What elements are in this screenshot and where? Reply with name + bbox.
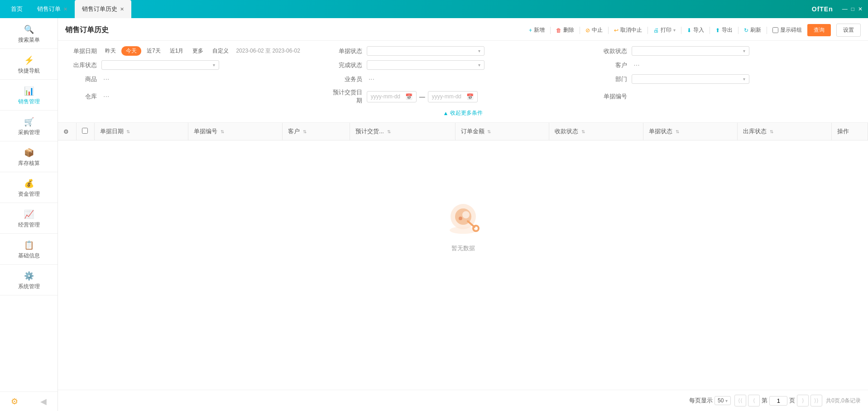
sidebar-item-sales[interactable]: 📊 销售管理 (0, 80, 58, 111)
salesrep-control[interactable]: ··· (367, 75, 596, 83)
th-checkbox[interactable] (76, 123, 94, 140)
query-button[interactable]: 查询 (807, 24, 831, 36)
search-menu-icon: 🔍 (24, 24, 34, 34)
settings-button[interactable]: 设置 (836, 24, 861, 37)
th-order-no[interactable]: 单据编号 ⇅ (188, 123, 283, 140)
sidebar-item-basic-info[interactable]: 📋 基础信息 (0, 234, 58, 265)
sidebar-item-purchase[interactable]: 🛒 采购管理 (0, 111, 58, 141)
per-page-value: 50 (718, 397, 724, 404)
window-close[interactable]: ✕ (858, 6, 863, 12)
warehouse-more[interactable]: ··· (101, 92, 111, 101)
select-all-checkbox[interactable] (82, 128, 88, 134)
department-select[interactable]: ▾ (632, 74, 749, 84)
window-minimize[interactable]: — (842, 6, 848, 12)
data-table: ⚙ 单据日期 ⇅ 单据编号 ⇅ (58, 123, 868, 140)
print-icon: 🖨 (653, 27, 659, 34)
tab-sales-order-history-close[interactable]: ✕ (120, 6, 124, 12)
payment-status-select[interactable]: ▾ (632, 46, 749, 56)
first-page-btn[interactable]: ⟨⟨ (734, 395, 746, 406)
cancel-stop-label: 取消中止 (620, 26, 642, 34)
department-control[interactable]: ▾ (632, 74, 861, 84)
th-payment-status[interactable]: 收款状态 ⇅ (549, 123, 643, 140)
prev-page-btn[interactable]: ⟨ (748, 395, 760, 406)
expected-date-wrap: yyyy-mm-dd 📅 — yyyy-mm-dd 📅 (367, 91, 478, 102)
settings-gear-icon[interactable]: ⚙ (63, 128, 69, 135)
order-status-control[interactable]: ▾ (367, 46, 596, 56)
th-settings[interactable]: ⚙ (58, 123, 76, 140)
product-label: 商品 (65, 75, 101, 83)
th-order-status[interactable]: 单据状态 ⇅ (643, 123, 738, 140)
print-button[interactable]: 🖨 打印 ▾ (653, 26, 676, 34)
th-outbound-status[interactable]: 出库状态 ⇅ (738, 123, 832, 140)
sidebar-collapse-icon[interactable]: ◀ (40, 396, 47, 406)
tab-sales-order[interactable]: 销售订单 ✕ (30, 0, 75, 18)
th-customer[interactable]: 客户 ⇅ (283, 123, 350, 140)
customer-more[interactable]: ··· (632, 61, 641, 69)
table-area: ⚙ 单据日期 ⇅ 单据编号 ⇅ (58, 123, 868, 390)
per-page-box[interactable]: 50 ▾ (715, 396, 731, 405)
warehouse-control[interactable]: ··· (101, 92, 331, 101)
divider-1 (550, 27, 551, 34)
stop-button[interactable]: ⊘ 中止 (585, 26, 603, 34)
th-outbound-status-label: 出库状态 (743, 128, 767, 135)
product-more[interactable]: ··· (101, 75, 111, 83)
customer-control[interactable]: ··· (632, 61, 861, 69)
collapse-filter[interactable]: ▲ 收起更多条件 (65, 109, 861, 117)
shortcut-today[interactable]: 今天 (121, 46, 141, 56)
tab-sales-order-close[interactable]: ✕ (63, 6, 67, 12)
product-control[interactable]: ··· (101, 75, 331, 83)
next-page-btn[interactable]: ⟩ (797, 395, 809, 406)
sidebar-item-search-menu[interactable]: 🔍 搜索菜单 (0, 18, 58, 49)
outbound-select[interactable]: ▾ (101, 60, 219, 70)
sidebar-item-inventory[interactable]: 📦 库存核算 (0, 141, 58, 172)
salesrep-more[interactable]: ··· (367, 75, 376, 83)
date-control: 昨天 今天 近7天 近1月 更多 自定义 2023-06-02 至 2023-0… (101, 46, 331, 56)
tab-sales-order-label: 销售订单 (37, 5, 61, 13)
expected-date-from[interactable]: yyyy-mm-dd 📅 (367, 91, 417, 102)
page-input[interactable]: 1 (769, 396, 787, 406)
export-label: 导出 (722, 26, 733, 34)
stop-label: 中止 (592, 26, 603, 34)
completion-control[interactable]: ▾ (367, 60, 596, 70)
shortcut-1month[interactable]: 近1月 (166, 46, 187, 56)
divider-6 (710, 27, 710, 34)
expected-date-to[interactable]: yyyy-mm-dd 📅 (428, 91, 478, 102)
th-amount[interactable]: 订单金额 ⇅ (455, 123, 549, 140)
th-expected-date[interactable]: 预计交货... ⇅ (350, 123, 455, 140)
order-status-select[interactable]: ▾ (367, 46, 484, 56)
import-button[interactable]: ⬇ 导入 (687, 26, 704, 34)
svg-point-6 (473, 226, 479, 231)
shortcut-more[interactable]: 更多 (189, 46, 207, 56)
export-button[interactable]: ⬆ 导出 (715, 26, 733, 34)
window-maximize[interactable]: □ (851, 6, 854, 12)
tab-home[interactable]: 首页 (4, 0, 30, 18)
tab-sales-order-history[interactable]: 销售订单历史 ✕ (75, 0, 131, 18)
new-button[interactable]: + 新增 (529, 26, 545, 34)
display-checkbox[interactable] (772, 27, 778, 33)
divider-2 (580, 27, 580, 34)
cancel-stop-button[interactable]: ↩ 取消中止 (614, 26, 642, 34)
display-toggle[interactable]: 显示碍组 (772, 26, 802, 34)
delete-button[interactable]: 🗑 删除 (556, 26, 574, 34)
system-icon: ⚙️ (24, 271, 34, 281)
refresh-button[interactable]: ↻ 刷新 (744, 26, 761, 34)
shortcut-yesterday[interactable]: 昨天 (101, 46, 120, 56)
payment-status-control[interactable]: ▾ (632, 46, 861, 56)
sidebar-item-system[interactable]: ⚙️ 系统管理 (0, 265, 58, 295)
th-date[interactable]: 单据日期 ⇅ (94, 123, 188, 140)
sidebar-item-finance[interactable]: 💰 资金管理 (0, 172, 58, 203)
filter-area: 单据日期 昨天 今天 近7天 近1月 更多 自定义 2023-06-02 至 2… (58, 41, 868, 123)
department-chevron: ▾ (743, 77, 745, 82)
shortcut-custom[interactable]: 自定义 (209, 46, 232, 56)
sidebar-item-basic-info-label: 基础信息 (18, 252, 40, 260)
shortcut-7days[interactable]: 近7天 (143, 46, 164, 56)
completion-select[interactable]: ▾ (367, 60, 484, 70)
expected-date-from-text: yyyy-mm-dd (371, 93, 400, 100)
sort-payment-status-icon: ⇅ (581, 129, 585, 134)
total-info: 共0页,0条记录 (826, 397, 861, 405)
sidebar-item-operations[interactable]: 📈 经营管理 (0, 203, 58, 234)
outbound-control[interactable]: ▾ (101, 60, 331, 70)
last-page-btn[interactable]: ⟩⟩ (810, 395, 822, 406)
sidebar-item-quick-nav[interactable]: ⚡ 快捷导航 (0, 49, 58, 80)
sidebar-settings-icon[interactable]: ⚙ (11, 396, 18, 406)
